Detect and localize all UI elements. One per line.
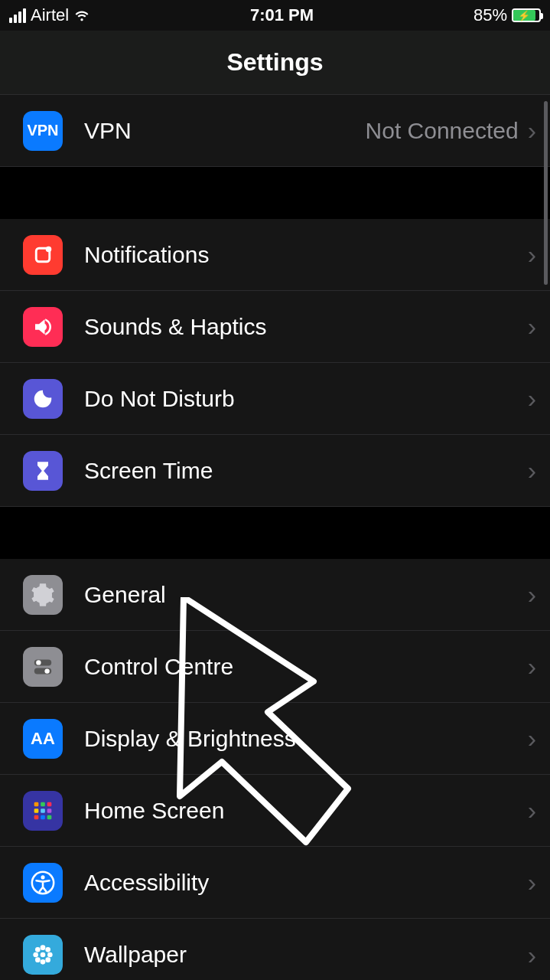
wifi-icon	[73, 7, 90, 24]
svg-point-24	[35, 957, 41, 962]
svg-point-22	[35, 947, 41, 952]
svg-point-21	[47, 952, 53, 958]
clock: 7:01 PM	[250, 5, 314, 25]
chevron-right-icon: ›	[528, 940, 536, 970]
row-label: Screen Time	[84, 458, 528, 484]
svg-rect-14	[47, 815, 52, 819]
svg-point-16	[41, 875, 44, 879]
nav-header: Settings	[0, 31, 550, 95]
svg-rect-6	[34, 802, 39, 806]
row-notifications[interactable]: Notifications ›	[0, 219, 550, 291]
svg-point-18	[41, 945, 46, 950]
battery-icon: ⚡	[512, 8, 541, 22]
row-vpn[interactable]: VPN VPN Not Connected ›	[0, 95, 550, 167]
notifications-icon	[23, 235, 63, 275]
screentime-hourglass-icon	[23, 451, 63, 491]
accessibility-person-icon	[23, 863, 63, 903]
chevron-right-icon: ›	[528, 580, 536, 609]
svg-rect-10	[41, 808, 45, 813]
page-title: Settings	[226, 48, 323, 77]
group-separator	[0, 507, 550, 559]
row-general[interactable]: General ›	[0, 559, 550, 631]
row-label: Notifications	[84, 242, 528, 268]
status-right: 85% ⚡	[474, 5, 541, 25]
cellular-signal-icon	[9, 8, 26, 23]
row-home-screen[interactable]: Home Screen ›	[0, 775, 550, 847]
row-label: Display & Brightness	[84, 726, 528, 752]
row-label: Wallpaper	[84, 942, 528, 968]
status-left: Airtel	[9, 5, 90, 25]
general-gear-icon	[23, 575, 63, 615]
svg-point-17	[41, 952, 46, 958]
settings-list[interactable]: VPN VPN Not Connected › Notifications › …	[0, 95, 550, 980]
row-display-brightness[interactable]: AA Display & Brightness ›	[0, 703, 550, 775]
svg-rect-8	[47, 802, 52, 806]
chevron-right-icon: ›	[528, 795, 536, 825]
chevron-right-icon: ›	[528, 456, 536, 485]
svg-point-19	[41, 959, 46, 965]
svg-rect-13	[41, 815, 45, 819]
wallpaper-flower-icon	[23, 935, 63, 975]
svg-point-5	[44, 668, 49, 673]
home-screen-grid-icon	[23, 791, 63, 831]
svg-point-25	[45, 957, 50, 962]
svg-point-20	[33, 952, 38, 958]
scroll-indicator[interactable]	[544, 101, 548, 285]
chevron-right-icon: ›	[528, 384, 536, 413]
row-label: VPN	[84, 118, 366, 144]
svg-point-1	[46, 246, 52, 252]
svg-rect-7	[41, 802, 45, 806]
svg-point-23	[45, 947, 50, 952]
chevron-right-icon: ›	[528, 312, 536, 341]
carrier-label: Airtel	[31, 5, 69, 25]
row-wallpaper[interactable]: Wallpaper ›	[0, 919, 550, 980]
chevron-right-icon: ›	[528, 116, 536, 145]
row-sounds[interactable]: Sounds & Haptics ›	[0, 291, 550, 363]
vpn-icon: VPN	[23, 111, 63, 151]
row-detail: Not Connected	[366, 118, 519, 144]
chevron-right-icon: ›	[528, 724, 536, 753]
svg-rect-11	[47, 808, 52, 813]
svg-rect-12	[34, 815, 39, 819]
row-label: Control Centre	[84, 654, 528, 680]
charging-bolt-icon: ⚡	[518, 11, 530, 21]
sounds-icon	[23, 307, 63, 347]
chevron-right-icon: ›	[528, 240, 536, 270]
row-dnd[interactable]: Do Not Disturb ›	[0, 363, 550, 435]
battery-percent: 85%	[474, 5, 507, 25]
group-separator	[0, 167, 550, 219]
display-brightness-icon: AA	[23, 719, 63, 759]
svg-point-3	[36, 660, 41, 665]
row-control-centre[interactable]: Control Centre ›	[0, 631, 550, 703]
svg-rect-9	[34, 808, 39, 813]
chevron-right-icon: ›	[528, 867, 536, 897]
row-accessibility[interactable]: Accessibility ›	[0, 847, 550, 919]
row-screentime[interactable]: Screen Time ›	[0, 435, 550, 507]
row-label: Do Not Disturb	[84, 386, 528, 412]
dnd-moon-icon	[23, 379, 63, 419]
row-label: Accessibility	[84, 870, 528, 896]
row-label: General	[84, 582, 528, 608]
control-centre-toggles-icon	[23, 647, 63, 687]
row-label: Sounds & Haptics	[84, 314, 528, 340]
row-label: Home Screen	[84, 798, 528, 824]
chevron-right-icon: ›	[528, 652, 536, 681]
status-bar: Airtel 7:01 PM 85% ⚡	[0, 0, 550, 31]
